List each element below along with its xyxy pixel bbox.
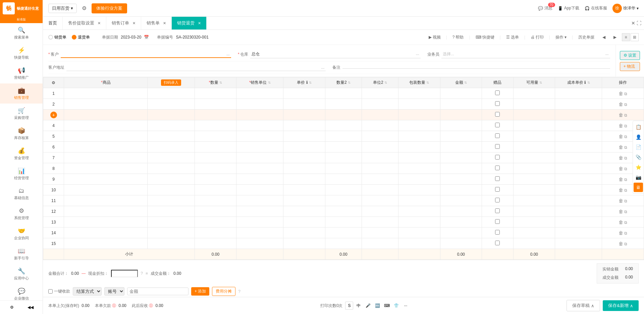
delete-btn-13[interactable]: 🗑	[619, 219, 623, 225]
cell-avail-6[interactable]	[513, 142, 555, 152]
cell-product-5[interactable]	[64, 131, 148, 142]
cell-avail-9[interactable]	[513, 174, 555, 185]
cell-unit2-12[interactable]	[362, 206, 398, 217]
cell-pack-3[interactable]	[398, 110, 440, 120]
message-button[interactable]: 💬 消息 70	[538, 5, 552, 11]
cell-unit2-8[interactable]	[362, 163, 398, 174]
gift-checkbox-11[interactable]	[495, 198, 500, 202]
fee-help-icon[interactable]: ?	[238, 289, 240, 294]
cell-unit-5[interactable]	[236, 131, 283, 142]
sidebar-item-8[interactable]: 🗂基础信息	[0, 184, 43, 204]
cell-product-15[interactable]	[64, 238, 148, 249]
cell-cost-7[interactable]	[555, 152, 602, 163]
amount-sort-icon[interactable]: ⇅	[464, 81, 467, 84]
cell-cost-6[interactable]	[555, 142, 602, 152]
cell-qty2-8[interactable]	[325, 163, 362, 174]
cell-qty-13[interactable]	[195, 217, 236, 228]
cell-amount-15[interactable]	[440, 238, 482, 249]
sidebar-item-9[interactable]: ⚙系统管理	[0, 204, 43, 224]
cell-qty-12[interactable]	[195, 206, 236, 217]
unit-sort-icon[interactable]: ⇅	[268, 81, 271, 84]
remark-input[interactable]	[342, 66, 610, 69]
industry-dropdown[interactable]: 日用百货 ▾	[48, 4, 77, 13]
input-method-icon[interactable]: S	[345, 302, 353, 310]
copy-btn-3[interactable]: ⧉	[624, 113, 627, 118]
copy-btn-4[interactable]: ⧉	[624, 124, 627, 128]
cell-unit2-7[interactable]	[362, 152, 398, 163]
cell-cost-11[interactable]	[555, 195, 602, 206]
delete-btn-8[interactable]: 🗑	[619, 166, 623, 171]
copy-btn-5[interactable]: ⧉	[624, 134, 627, 139]
collapse-icon[interactable]: ◀◀	[26, 303, 35, 311]
cell-avail-10[interactable]	[513, 185, 555, 195]
cell-unit-3[interactable]	[236, 110, 283, 120]
cell-amount-6[interactable]	[440, 142, 482, 152]
cell-product-13[interactable]	[64, 217, 148, 228]
cell-qty2-7[interactable]	[325, 152, 362, 163]
tab-close-1[interactable]: ✕	[98, 21, 101, 25]
cell-pack-4[interactable]	[398, 120, 440, 131]
cell-qty2-1[interactable]	[325, 88, 362, 99]
person-tool-button[interactable]: 👤	[634, 132, 643, 142]
gift-checkbox-12[interactable]	[495, 208, 500, 213]
cell-cost-1[interactable]	[555, 88, 602, 99]
delete-btn-14[interactable]: 🗑	[619, 230, 623, 236]
cell-amount-1[interactable]	[440, 88, 482, 99]
cell-price-4[interactable]	[283, 120, 325, 131]
cell-avail-12[interactable]	[513, 206, 555, 217]
cell-qty2-3[interactable]	[325, 110, 362, 120]
sidebar-item-10[interactable]: 🤝企业协同	[0, 224, 43, 244]
cell-product-9[interactable]	[64, 174, 148, 185]
cell-price-15[interactable]	[283, 238, 325, 249]
cell-qty-8[interactable]	[195, 163, 236, 174]
cell-avail-3[interactable]	[513, 110, 555, 120]
cell-avail-11[interactable]	[513, 195, 555, 206]
logistics-button[interactable]: + 物流	[620, 62, 640, 71]
cell-product-3[interactable]	[64, 110, 148, 120]
sidebar-item-11[interactable]: 📖新手引导	[0, 244, 43, 264]
cell-unit2-15[interactable]	[362, 238, 398, 249]
cell-pack-13[interactable]	[398, 217, 440, 228]
cell-amount-11[interactable]	[440, 195, 482, 206]
cell-pack-5[interactable]	[398, 131, 440, 142]
gift-checkbox-8[interactable]	[495, 166, 500, 170]
cell-pack-11[interactable]	[398, 195, 440, 206]
cell-amount-5[interactable]	[440, 131, 482, 142]
delete-btn-9[interactable]: 🗑	[619, 177, 623, 182]
cell-qty-3[interactable]	[195, 110, 236, 120]
cell-unit2-11[interactable]	[362, 195, 398, 206]
salesperson-input[interactable]: 选择... ...	[441, 50, 610, 58]
cell-unit-12[interactable]	[236, 206, 283, 217]
cell-qty2-15[interactable]	[325, 238, 362, 249]
cell-amount-10[interactable]	[440, 185, 482, 195]
cell-unit-2[interactable]	[236, 99, 283, 110]
screen-tool-button[interactable]: 🖥	[634, 183, 643, 192]
dots-icon[interactable]: ···	[401, 302, 410, 310]
cell-pack-15[interactable]	[398, 238, 440, 249]
cell-qty2-2[interactable]	[325, 99, 362, 110]
delete-btn-11[interactable]: 🗑	[619, 198, 623, 203]
cell-price-6[interactable]	[283, 142, 325, 152]
cell-unit-11[interactable]	[236, 195, 283, 206]
cell-price-5[interactable]	[283, 131, 325, 142]
delete-btn-3[interactable]: 🗑	[619, 112, 623, 118]
cost-sort-icon[interactable]: ⇅	[587, 81, 590, 84]
cell-unit-1[interactable]	[236, 88, 283, 99]
cell-qty-1[interactable]	[195, 88, 236, 99]
cell-product-7[interactable]	[64, 152, 148, 163]
sidebar-item-12[interactable]: 🔧应用中心	[0, 264, 43, 284]
cell-unit-6[interactable]	[236, 142, 283, 152]
sidebar-item-2[interactable]: 📢营销推广	[0, 63, 43, 83]
amount-input[interactable]	[127, 288, 189, 295]
cell-avail-4[interactable]	[513, 120, 555, 131]
sidebar-item-7[interactable]: 📊经营管理	[0, 164, 43, 184]
experience-button[interactable]: 体验行业方案	[92, 3, 127, 13]
cell-product-4[interactable]	[64, 120, 148, 131]
cell-price-11[interactable]	[283, 195, 325, 206]
copy-btn-14[interactable]: ⧉	[624, 231, 627, 236]
copy-btn-7[interactable]: ⧉	[624, 156, 627, 161]
cell-unit-13[interactable]	[236, 217, 283, 228]
cell-unit2-5[interactable]	[362, 131, 398, 142]
gift-checkbox-15[interactable]	[495, 241, 500, 245]
cell-unit2-6[interactable]	[362, 142, 398, 152]
